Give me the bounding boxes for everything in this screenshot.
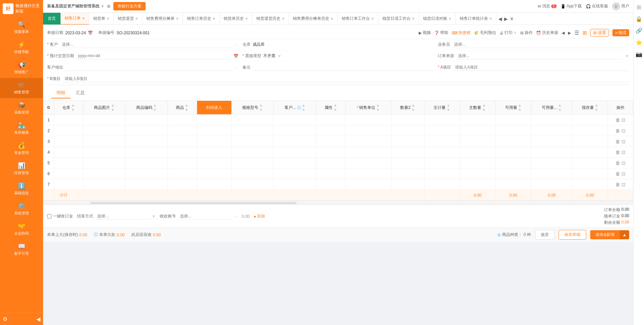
tab-sales-invoice[interactable]: 销货单 ✕ (89, 13, 114, 25)
nav-prev-btn[interactable]: ◀ (562, 31, 565, 35)
calendar-icon[interactable]: 📅 (88, 31, 93, 35)
online-service-item[interactable]: 🎧 在线客服 (586, 3, 608, 9)
order-source-arrow-icon[interactable]: ▼ (625, 54, 629, 58)
customer-input[interactable] (60, 41, 233, 48)
row-code-1[interactable] (125, 115, 167, 125)
sidebar-item-marketing[interactable]: 📢 营销推广 (0, 58, 43, 78)
settings-icon[interactable]: ⚙ (107, 4, 111, 9)
date-picker-icon[interactable]: 📅 (233, 54, 238, 58)
sidebar-item-search[interactable]: 🔍 搜索菜单 (0, 17, 43, 38)
tab-return[interactable]: 销货退货 ✕ (114, 13, 142, 25)
collapse-icon[interactable]: ◀ (36, 316, 40, 322)
row-qty2-1[interactable] (391, 115, 424, 125)
tab-close-workbench[interactable]: ✕ (371, 17, 374, 21)
tab-close-expense-split[interactable]: ✕ (176, 17, 179, 21)
discard-button[interactable]: 放弃 (535, 230, 555, 240)
customer-expand-icon[interactable]: ··· (235, 42, 238, 47)
row-delete-1[interactable]: 🗑 (615, 117, 620, 123)
save-new-button[interactable]: 保存&新增 (590, 230, 620, 239)
tab-close-expense-history[interactable]: ✕ (331, 17, 333, 21)
print-dropdown-icon[interactable]: ▼ (514, 31, 517, 35)
b-project-input[interactable] (63, 75, 629, 82)
tab-daily-reconcile[interactable]: 钱货日清对账 ✕ (419, 13, 456, 25)
salesperson-expand-icon[interactable]: ··· (626, 42, 629, 47)
row-unit-2[interactable] (346, 125, 391, 136)
salesperson-input[interactable] (452, 41, 624, 48)
row-warehouse-1[interactable] (54, 115, 83, 125)
tab-expense-split[interactable]: 销售费用分摊单 ✕ (142, 13, 183, 25)
tab-invoice-history[interactable]: 销货单历史 ✕ (220, 13, 252, 25)
sidebar-item-system[interactable]: ⚙️ 系统管理 (0, 199, 43, 219)
payment-dropdown-icon[interactable]: ▼ (152, 214, 156, 219)
one-key-checkout-label[interactable]: 一键收订金 (47, 213, 73, 219)
sidebar-item-basic-info[interactable]: ℹ️ 基础信息 (0, 179, 43, 199)
a-project-input[interactable] (453, 64, 629, 71)
row-ccode-2[interactable] (274, 125, 316, 136)
save-new-dropdown-button[interactable]: ▲ (620, 230, 629, 239)
tab-order-history[interactable]: 销售订单历史 ✕ (183, 13, 220, 25)
horizontal-scrollbar[interactable] (43, 201, 633, 205)
row-copy-6[interactable]: ⊡ (621, 171, 626, 176)
row-delete-6[interactable]: 🗑 (615, 171, 620, 176)
th-scan[interactable]: 扫码录入 (197, 101, 231, 115)
ops-btn[interactable]: ⊞ 操作 (520, 30, 533, 36)
order-source-input[interactable] (456, 52, 623, 59)
sidebar-item-sales[interactable]: 🛒 销售管理 (0, 78, 43, 98)
tab-return-history[interactable]: 销货退货历史 ✕ (252, 13, 289, 25)
row-attr-2[interactable] (316, 125, 345, 136)
tab-close-daily-workbench[interactable]: ✕ (412, 17, 415, 21)
print-btn[interactable]: 🖨 打印 ▼ (499, 30, 517, 36)
payment-method-input[interactable] (95, 213, 150, 219)
th-gear[interactable]: ⚙ (43, 101, 54, 115)
tab-detail[interactable]: 明细 (51, 88, 71, 98)
row-product-1[interactable] (167, 115, 197, 125)
row-copy-1[interactable]: ⊡ (621, 117, 626, 123)
tab-close-return[interactable]: ✕ (135, 17, 138, 21)
tab-stats[interactable]: 销售订单统计表 ✕ (456, 13, 496, 25)
row-qty2-2[interactable] (391, 125, 424, 136)
tab-menu-btn[interactable]: ✕ (509, 15, 515, 22)
logistics-button[interactable]: + 物流 (612, 29, 629, 36)
star-right-icon[interactable]: ⭐ (634, 38, 644, 47)
row-copy-7[interactable]: ⊡ (621, 182, 626, 187)
row-copy-2[interactable]: ⊡ (621, 128, 626, 133)
row-delete-4[interactable]: 🗑 (615, 150, 620, 155)
row-attr-1[interactable] (316, 115, 345, 125)
tab-close-order-history[interactable]: ✕ (213, 17, 215, 21)
tab-close-stats[interactable]: ✕ (489, 17, 492, 21)
tab-prev-btn[interactable]: ◀ (498, 15, 503, 22)
row-copy-4[interactable]: ⊡ (621, 150, 626, 155)
shortcuts-btn[interactable]: ⌨ 快捷键 (452, 30, 470, 36)
curr-owe-icon[interactable]: ⓘ (94, 232, 98, 238)
row-delete-2[interactable]: 🗑 (615, 128, 620, 133)
row-ccode-1[interactable] (274, 115, 316, 125)
tab-sales-order[interactable]: 销售订单 ✕ (61, 13, 89, 25)
one-key-checkout-checkbox[interactable] (47, 214, 51, 218)
view-toggle-btn[interactable]: ☰ (574, 30, 579, 36)
row-copy-3[interactable]: ⊡ (621, 139, 626, 144)
row-mainqty-2[interactable] (460, 125, 495, 136)
sidebar-item-inventory[interactable]: 🏪 库存核算 (0, 118, 43, 138)
system-title-dropdown[interactable]: 装备及固定资产辅助管理系统 ▼ (47, 3, 104, 9)
link-right-icon[interactable]: 🔗 (634, 26, 644, 35)
row-mainqty-1[interactable] (460, 115, 495, 125)
scrollbar-thumb[interactable] (90, 202, 297, 204)
history-btn[interactable]: ⏰ 历史单据 (536, 30, 558, 36)
save-draft-button[interactable]: 保存草稿 (559, 230, 586, 240)
customer-address-input[interactable] (65, 64, 233, 71)
nav-next-btn[interactable]: ▶ (568, 31, 571, 35)
delivery-date-input[interactable] (76, 52, 231, 59)
remarks-input[interactable] (253, 64, 434, 71)
tab-expense-history[interactable]: 销售费用分摊单历史 ✕ (289, 13, 338, 25)
scan-right-icon[interactable]: 📷 (634, 50, 644, 59)
row-unit-1[interactable] (346, 115, 391, 125)
help-btn[interactable]: ❓ 帮助 (434, 30, 448, 36)
row-spec-1[interactable] (231, 115, 273, 125)
tab-workbench[interactable]: 销售订单工作台 ✕ (338, 13, 378, 25)
view-btn[interactable]: ▶ 视频 (419, 30, 431, 36)
product-types-icon[interactable]: ⊙ (497, 233, 501, 237)
row-delete-3[interactable]: 🗑 (615, 139, 620, 144)
tab-summary[interactable]: 汇总 (71, 88, 90, 98)
tab-close-sales-order[interactable]: ✕ (82, 16, 85, 20)
sidebar-item-purchase[interactable]: 📦 采购管理 (0, 98, 43, 118)
